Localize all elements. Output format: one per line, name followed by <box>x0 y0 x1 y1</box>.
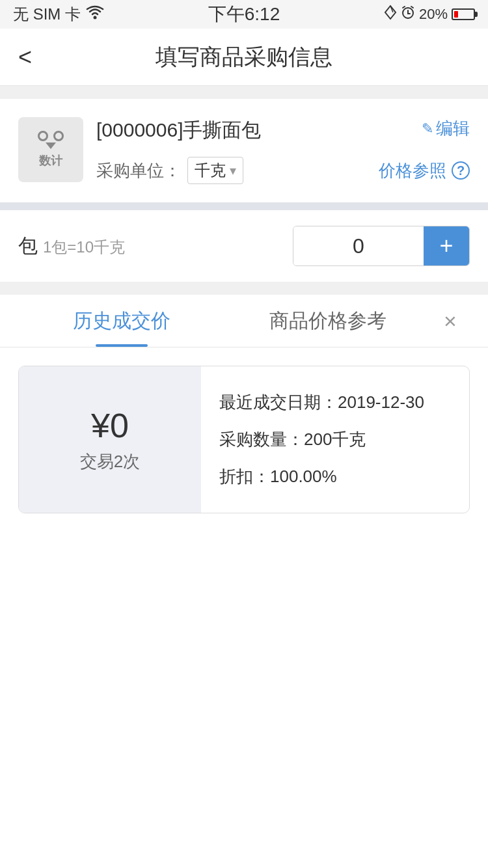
product-unit-row: 采购单位： 千克 ▾ 价格参照 ? <box>96 157 470 184</box>
history-recent-date-row: 最近成交日期：2019-12-30 <box>219 390 451 415</box>
product-title: 手撕面包 <box>183 119 261 141</box>
question-icon: ? <box>452 161 470 180</box>
tab-close-button[interactable]: × <box>431 295 470 347</box>
status-time: 下午6:12 <box>208 2 280 27</box>
history-discount-row: 折扣：100.00% <box>219 464 451 489</box>
recent-date-label: 最近成交日期： <box>219 392 338 412</box>
tab-section: 历史成交价 商品价格参考 × ¥0 交易2次 最近成交日期：2019-12-30… <box>0 295 488 532</box>
svg-point-0 <box>94 16 97 20</box>
history-left: ¥0 交易2次 <box>19 366 201 513</box>
status-bar: 无 SIM 卡 下午6:12 <box>0 0 488 29</box>
owl-beak <box>46 142 56 149</box>
quantity-input[interactable] <box>293 226 424 265</box>
price-ref-button[interactable]: 价格参照 ? <box>379 159 470 182</box>
status-left: 无 SIM 卡 <box>13 4 104 25</box>
product-logo: 数计 <box>38 131 64 169</box>
owl-eye-left <box>38 131 48 141</box>
back-button[interactable]: < <box>18 46 32 69</box>
battery-icon <box>452 8 475 20</box>
discount-value: 100.00% <box>270 467 337 486</box>
discount-label: 折扣： <box>219 467 270 486</box>
main-background <box>0 532 488 868</box>
quantity-row: 包 1包=10千克 + <box>0 210 488 282</box>
unit-char: 包 <box>18 233 38 260</box>
chevron-down-icon: ▾ <box>230 163 236 178</box>
quantity-plus-button[interactable]: + <box>424 226 469 265</box>
product-card: 数计 [0000006]手撕面包 ✎ 编辑 采购单位： 千克 ▾ 价格参照 ? <box>0 99 488 202</box>
quantity-input-wrap: + <box>293 226 470 266</box>
quantity-unit-label: 包 1包=10千克 <box>18 233 125 260</box>
product-id: [0000006] <box>96 119 183 141</box>
nav-bar: < 填写商品采购信息 <box>0 29 488 86</box>
svg-line-4 <box>403 7 405 8</box>
history-trade-count: 交易2次 <box>80 450 140 473</box>
tab-product-label: 商品价格参考 <box>269 308 386 334</box>
history-card: ¥0 交易2次 最近成交日期：2019-12-30 采购数量：200千克 折扣：… <box>18 366 470 513</box>
svg-line-5 <box>411 7 413 8</box>
history-price: ¥0 <box>91 406 129 445</box>
tab-history-price[interactable]: 历史成交价 <box>18 295 224 347</box>
owl-eyes <box>38 131 64 141</box>
page-title: 填写商品采购信息 <box>156 42 332 72</box>
price-ref-label: 价格参照 <box>379 159 446 182</box>
product-thumbnail: 数计 <box>18 117 83 182</box>
unit-value: 千克 <box>195 160 226 181</box>
history-right: 最近成交日期：2019-12-30 采购数量：200千克 折扣：100.00% <box>201 366 469 513</box>
unit-label: 采购单位： 千克 ▾ <box>96 157 243 184</box>
owl-eye-right <box>53 131 64 141</box>
edit-button[interactable]: ✎ 编辑 <box>422 117 470 140</box>
wifi-icon <box>86 5 104 23</box>
edit-icon: ✎ <box>422 120 433 137</box>
unit-label-text: 采购单位： <box>96 159 181 182</box>
owl-text: 数计 <box>39 153 62 169</box>
tab-bar: 历史成交价 商品价格参考 × <box>0 295 488 347</box>
quantity-label: 采购数量： <box>219 429 304 449</box>
edit-label: 编辑 <box>436 117 470 140</box>
product-header: [0000006]手撕面包 ✎ 编辑 <box>96 117 470 144</box>
tab-product-price-ref[interactable]: 商品价格参考 <box>224 295 431 347</box>
history-quantity-row: 采购数量：200千克 <box>219 427 451 452</box>
unit-hint: 1包=10千克 <box>43 237 125 258</box>
product-info: [0000006]手撕面包 ✎ 编辑 采购单位： 千克 ▾ 价格参照 ? <box>96 117 470 184</box>
location-icon <box>384 5 397 24</box>
product-name: [0000006]手撕面包 <box>96 117 261 144</box>
status-right: 20% <box>384 5 475 24</box>
divider-bar <box>0 202 488 210</box>
quantity-value: 200千克 <box>304 429 366 449</box>
carrier-text: 无 SIM 卡 <box>13 4 81 25</box>
alarm-icon <box>401 5 415 23</box>
tab-content: ¥0 交易2次 最近成交日期：2019-12-30 采购数量：200千克 折扣：… <box>0 347 488 532</box>
unit-select[interactable]: 千克 ▾ <box>187 157 243 184</box>
tab-history-label: 历史成交价 <box>73 308 170 334</box>
recent-date-value: 2019-12-30 <box>338 392 424 412</box>
battery-percent: 20% <box>419 6 448 23</box>
